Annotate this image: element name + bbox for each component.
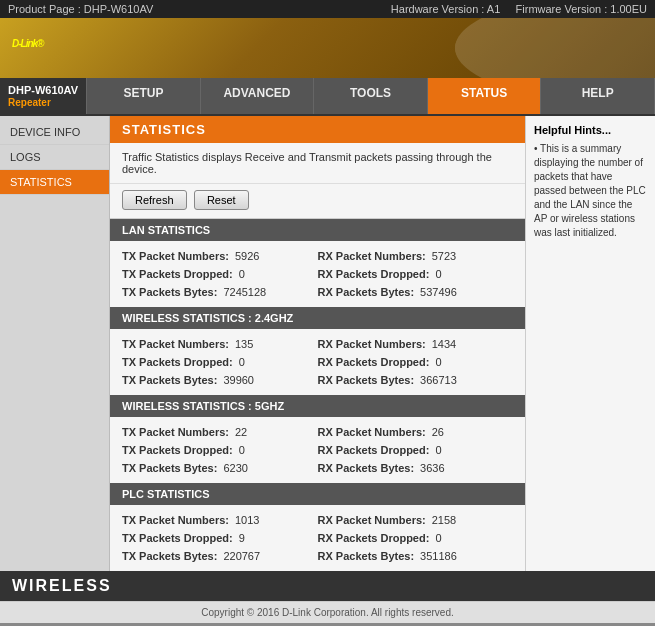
w24-rx-dropped-value: 0 — [435, 356, 441, 368]
w5-rx-bytes-value: 3636 — [420, 462, 444, 474]
w5-rx-packets-label: RX Packet Numbers: — [318, 426, 426, 438]
w5-tx-bytes-label: TX Packets Bytes: — [122, 462, 217, 474]
trademark: ® — [37, 38, 43, 49]
table-row: TX Packets Dropped: 0 RX Packets Dropped… — [122, 265, 513, 283]
table-row: TX Packets Dropped: 0 RX Packets Dropped… — [122, 441, 513, 459]
w5-tx-packets-label: TX Packet Numbers: — [122, 426, 229, 438]
nav-bar: DHP-W610AV Repeater SETUP ADVANCED TOOLS… — [0, 78, 655, 116]
help-text: • This is a summary displaying the numbe… — [534, 142, 647, 240]
plc-rx-bytes-label: RX Packets Bytes: — [318, 550, 415, 562]
lan-tx-bytes-label: TX Packets Bytes: — [122, 286, 217, 298]
lan-tx-packets-label-cell: TX Packet Numbers: 5926 — [122, 250, 318, 262]
table-row: TX Packets Dropped: 0 RX Packets Dropped… — [122, 353, 513, 371]
wireless24-stats-table: TX Packet Numbers: 135 RX Packet Numbers… — [110, 329, 525, 395]
lan-tx-dropped-value: 0 — [239, 268, 245, 280]
lan-rx-packets-value: 5723 — [432, 250, 456, 262]
tab-setup[interactable]: SETUP — [87, 78, 201, 114]
plc-tx-packets-value: 1013 — [235, 514, 259, 526]
footer-wireless-label: WIRELESS — [12, 577, 112, 595]
plc-tx-dropped-value: 9 — [239, 532, 245, 544]
top-bar: Product Page : DHP-W610AV Hardware Versi… — [0, 0, 655, 18]
lan-tx-dropped-label: TX Packets Dropped: — [122, 268, 233, 280]
lan-tx-bytes-value: 7245128 — [223, 286, 266, 298]
wireless5-stats-header: WIRELESS STATISTICS : 5GHZ — [110, 395, 525, 417]
table-row: TX Packets Bytes: 6230 RX Packets Bytes:… — [122, 459, 513, 477]
lan-tx-bytes-label-cell: TX Packets Bytes: 7245128 — [122, 286, 318, 298]
w24-rx-bytes-value: 366713 — [420, 374, 457, 386]
tab-advanced[interactable]: ADVANCED — [201, 78, 315, 114]
lan-rx-bytes-label-cell: RX Packets Bytes: 537496 — [318, 286, 514, 298]
help-title: Helpful Hints... — [534, 124, 647, 136]
w5-tx-bytes-value: 6230 — [223, 462, 247, 474]
plc-stats-header: PLC STATISTICS — [110, 483, 525, 505]
tab-tools[interactable]: TOOLS — [314, 78, 428, 114]
w24-rx-dropped-label: RX Packets Dropped: — [318, 356, 430, 368]
w5-rx-dropped-label: RX Packets Dropped: — [318, 444, 430, 456]
tab-status[interactable]: STATUS — [428, 78, 542, 114]
lan-rx-dropped-label: RX Packets Dropped: — [318, 268, 430, 280]
lan-rx-bytes-label: RX Packets Bytes: — [318, 286, 415, 298]
table-row: TX Packets Dropped: 9 RX Packets Dropped… — [122, 529, 513, 547]
header: D-Link® — [0, 18, 655, 78]
table-row: TX Packet Numbers: 5926 RX Packet Number… — [122, 247, 513, 265]
w5-rx-bytes-label: RX Packets Bytes: — [318, 462, 415, 474]
sidebar-item-statistics[interactable]: STATISTICS — [0, 170, 109, 195]
lan-stats-header: LAN STATISTICS — [110, 219, 525, 241]
plc-tx-packets-label: TX Packet Numbers: — [122, 514, 229, 526]
footer-bar: WIRELESS — [0, 571, 655, 601]
w5-rx-dropped-value: 0 — [435, 444, 441, 456]
plc-tx-bytes-value: 220767 — [223, 550, 260, 562]
plc-rx-packets-value: 2158 — [432, 514, 456, 526]
svg-point-1 — [455, 18, 655, 78]
plc-rx-bytes-value: 351186 — [420, 550, 457, 562]
lan-tx-dropped-label-cell: TX Packets Dropped: 0 — [122, 268, 318, 280]
main-content: STATISTICS Traffic Statistics displays R… — [110, 116, 525, 571]
w24-rx-bytes-label: RX Packets Bytes: — [318, 374, 415, 386]
plc-rx-dropped-label: RX Packets Dropped: — [318, 532, 430, 544]
nav-badge: Repeater — [8, 97, 51, 108]
product-page: Product Page : DHP-W610AV — [8, 3, 153, 15]
sidebar-item-logs[interactable]: LOGS — [0, 145, 109, 170]
table-row: TX Packets Bytes: 220767 RX Packets Byte… — [122, 547, 513, 565]
table-row: TX Packets Bytes: 39960 RX Packets Bytes… — [122, 371, 513, 389]
lan-tx-packets-label: TX Packet Numbers: — [122, 250, 229, 262]
plc-tx-dropped-label: TX Packets Dropped: — [122, 532, 233, 544]
w24-tx-bytes-value: 39960 — [223, 374, 254, 386]
table-row: TX Packets Bytes: 7245128 RX Packets Byt… — [122, 283, 513, 301]
tab-help[interactable]: HELP — [541, 78, 655, 114]
w5-tx-dropped-label: TX Packets Dropped: — [122, 444, 233, 456]
refresh-button[interactable]: Refresh — [122, 190, 187, 210]
sidebar: DEVICE INFO LOGS STATISTICS — [0, 116, 110, 571]
lan-rx-packets-label: RX Packet Numbers: — [318, 250, 426, 262]
nav-model: DHP-W610AV Repeater — [0, 78, 87, 114]
w24-rx-packets-value: 1434 — [432, 338, 456, 350]
w5-tx-dropped-value: 0 — [239, 444, 245, 456]
w5-rx-packets-value: 26 — [432, 426, 444, 438]
table-row: TX Packet Numbers: 135 RX Packet Numbers… — [122, 335, 513, 353]
help-panel: Helpful Hints... • This is a summary dis… — [525, 116, 655, 571]
lan-rx-packets-label-cell: RX Packet Numbers: 5723 — [318, 250, 514, 262]
plc-tx-bytes-label: TX Packets Bytes: — [122, 550, 217, 562]
page-title: STATISTICS — [110, 116, 525, 143]
plc-rx-dropped-value: 0 — [435, 532, 441, 544]
lan-rx-bytes-value: 537496 — [420, 286, 457, 298]
table-row: TX Packet Numbers: 1013 RX Packet Number… — [122, 511, 513, 529]
reset-button[interactable]: Reset — [194, 190, 249, 210]
description: Traffic Statistics displays Receive and … — [110, 143, 525, 184]
lan-rx-dropped-label-cell: RX Packets Dropped: 0 — [318, 268, 514, 280]
button-row: Refresh Reset — [110, 184, 525, 219]
lan-rx-dropped-value: 0 — [435, 268, 441, 280]
table-row: TX Packet Numbers: 22 RX Packet Numbers:… — [122, 423, 513, 441]
wireless24-stats-header: WIRELESS STATISTICS : 2.4GHZ — [110, 307, 525, 329]
lan-tx-packets-value: 5926 — [235, 250, 259, 262]
sidebar-item-device-info[interactable]: DEVICE INFO — [0, 120, 109, 145]
w24-tx-bytes-label: TX Packets Bytes: — [122, 374, 217, 386]
copyright: Copyright © 2016 D-Link Corporation. All… — [0, 601, 655, 623]
plc-stats-table: TX Packet Numbers: 1013 RX Packet Number… — [110, 505, 525, 571]
w24-tx-packets-label: TX Packet Numbers: — [122, 338, 229, 350]
w24-tx-dropped-value: 0 — [239, 356, 245, 368]
lan-stats-table: TX Packet Numbers: 5926 RX Packet Number… — [110, 241, 525, 307]
w5-tx-packets-value: 22 — [235, 426, 247, 438]
hardware-firmware: Hardware Version : A1 Firmware Version :… — [391, 3, 647, 15]
logo-text: D-Link — [12, 38, 37, 49]
